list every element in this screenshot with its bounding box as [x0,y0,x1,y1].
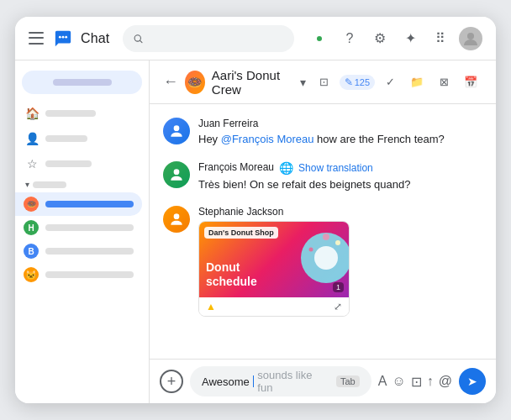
search-input[interactable] [149,32,284,45]
sender-name: François Moreau [198,161,274,173]
sidebar-item-b[interactable]: B [15,239,142,263]
apps-icon[interactable]: ⠿ [429,27,452,50]
avatar-juan [163,118,190,144]
drive-icon: ▲ [206,301,216,312]
back-button[interactable]: ← [163,73,178,91]
svg-point-5 [467,33,474,39]
top-bar-actions: ? ⚙ ✦ ⠿ [308,27,482,50]
donut-image [277,224,349,291]
nav-label [45,135,87,142]
compose-button[interactable] [22,71,142,94]
online-status-dot [315,34,324,43]
svg-point-11 [323,234,329,240]
gemini-icon[interactable]: ✦ [398,27,422,50]
image-preview: Dan's Donut Shop Donut schedule [199,222,349,297]
help-icon[interactable]: ? [338,27,361,50]
sidebar-item-h[interactable]: H [15,216,142,239]
calendar-icon[interactable]: 📅 [459,71,482,94]
add-icon: + [167,373,176,391]
svg-point-0 [59,35,61,38]
sidebar-item-cat[interactable]: 🐱 [15,263,142,286]
svg-point-6 [174,125,180,131]
messages-area: Juan Ferreira Hey @François Moreau how a… [150,104,496,359]
shop-label: Dan's Donut Shop [204,227,278,239]
upload-icon[interactable]: ↑ [427,374,434,389]
add-button[interactable]: + [160,370,183,393]
nav-label [45,110,96,117]
svg-point-12 [335,240,340,245]
main-area: 🏠 👤 ☆ ▾ 🍩 H [15,60,496,403]
translation-row: François Moreau 🌐 Show translation [198,161,482,175]
top-bar: Chat ? ⚙ ✦ ⠿ [15,17,496,60]
image-card[interactable]: Dan's Donut Shop Donut schedule [198,221,350,317]
input-text: Awesome [202,375,250,388]
user-avatar[interactable] [459,27,482,50]
message-input-field[interactable]: Awesome sounds like fun Tab [190,366,371,396]
sender-name: Stephanie Jackson [198,206,482,218]
send-button[interactable]: ➤ [459,368,486,395]
show-translation-link[interactable]: Show translation [298,162,373,174]
input-area: + Awesome sounds like fun Tab A ☺ ⊡ ↑ @ … [150,359,496,403]
more-options-icon[interactable]: @ [439,374,452,389]
app-logo [54,29,72,48]
text-normal: Hey [198,133,221,145]
message-row: François Moreau 🌐 Show translation Très … [163,161,482,193]
app-title: Chat [81,31,109,46]
search-icon [133,33,144,45]
sidebar-item-label [45,201,134,207]
sidebar-item-label [45,271,134,278]
message-row: Stephanie Jackson Dan's Donut Shop Donut… [163,206,482,317]
svg-line-4 [140,40,142,42]
b-icon: B [24,244,39,259]
spaces-section-label: ▾ [15,176,149,192]
search-bar[interactable] [123,25,294,52]
expand-icon[interactable]: ⤢ [334,301,342,312]
sidebar-nav-home[interactable]: 🏠 [15,101,149,126]
chat-title: Aari's Donut Crew [212,68,297,97]
section-title [33,181,66,188]
mention-francois[interactable]: @François Moreau [221,133,314,145]
chat-area: ← 🍩 Aari's Donut Crew ▾ ⊡ ✎ 125 ✓ 📁 ⊠ 📅 [150,60,496,403]
video-icon[interactable]: ⊡ [313,71,336,94]
svg-point-2 [65,35,67,38]
status-indicator [308,27,331,50]
emoji-icon[interactable]: ☺ [392,374,405,389]
donut-crew-icon: 🍩 [24,197,39,212]
sidebar-item-label [45,248,134,255]
sidebar-nav-starred[interactable]: ☆ [15,151,149,176]
image-card-footer: ▲ ⤢ [199,297,349,316]
translate-icon: 🌐 [279,161,293,175]
nav-label [45,160,92,167]
avatar-stephanie [163,206,190,233]
header-actions: ⊡ ✎ 125 ✓ 📁 ⊠ 📅 [313,71,482,94]
svg-point-8 [174,213,180,219]
format-icon[interactable]: A [378,374,387,389]
task-badge[interactable]: ✎ 125 [340,75,375,90]
archive-icon[interactable]: ⊠ [432,71,456,94]
attach-icon[interactable]: ⊡ [411,374,422,390]
folder-icon[interactable]: 📁 [405,71,429,94]
sidebar-nav-people[interactable]: 👤 [15,126,149,151]
cat-icon: 🐱 [24,267,39,282]
check-icon[interactable]: ✓ [378,71,402,94]
people-icon: 👤 [24,130,40,147]
text-cursor [253,375,254,387]
svg-point-13 [309,248,313,252]
task-icon: ✎ [345,76,353,88]
svg-point-7 [174,169,180,175]
svg-point-10 [314,246,338,270]
message-text: Hey @François Moreau how are the French … [198,131,482,148]
settings-icon[interactable]: ⚙ [368,27,392,50]
group-icon: 🍩 [185,71,205,94]
home-icon: 🏠 [24,105,40,122]
menu-icon[interactable] [29,30,45,47]
message-row: Juan Ferreira Hey @François Moreau how a… [163,118,482,148]
sidebar-item-label [45,224,134,231]
chat-header: ← 🍩 Aari's Donut Crew ▾ ⊡ ✎ 125 ✓ 📁 ⊠ 📅 [150,60,496,104]
message-content-juan: Juan Ferreira Hey @François Moreau how a… [198,118,482,148]
sidebar-item-donut-crew[interactable]: 🍩 [15,192,142,216]
sidebar: 🏠 👤 ☆ ▾ 🍩 H [15,60,150,403]
title-dropdown-icon[interactable]: ▾ [300,76,306,89]
text-after-mention: how are the French team? [313,133,444,145]
message-content-stephanie: Stephanie Jackson Dan's Donut Shop Donut… [198,206,482,317]
